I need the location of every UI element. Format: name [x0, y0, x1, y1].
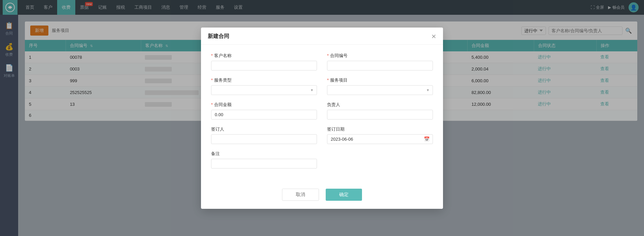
service-type-label: 服务类型 [211, 77, 317, 83]
responsible-label: 负责人 [327, 102, 433, 108]
form-field-amount: 合同金额 [211, 102, 317, 120]
form-row-1: 客户名称 合同编号 [211, 53, 433, 70]
form-field-service-type: 服务类型 [211, 77, 317, 95]
contract-no-label: 合同编号 [327, 53, 433, 59]
modal-footer: 取消 确定 [201, 183, 443, 209]
service-type-select[interactable] [211, 85, 317, 95]
confirm-button[interactable]: 确定 [326, 189, 362, 201]
sign-date-input[interactable] [327, 134, 433, 144]
form-field-empty [327, 151, 433, 169]
form-row-4: 签订人 签订日期 📅 [211, 126, 433, 144]
form-field-customer-name: 客户名称 [211, 53, 317, 70]
signer-label: 签订人 [211, 126, 317, 132]
form-row-2: 服务类型 服务项目 [211, 77, 433, 95]
form-row-5: 备注 [211, 151, 433, 169]
customer-name-label: 客户名称 [211, 53, 317, 59]
responsible-input[interactable] [327, 110, 433, 120]
modal-header: 新建合同 ✕ [201, 28, 443, 45]
form-field-signer: 签订人 [211, 126, 317, 144]
customer-name-input[interactable] [211, 61, 317, 70]
signer-input[interactable] [211, 134, 317, 144]
modal-title: 新建合同 [208, 33, 229, 40]
form-field-service-item: 服务项目 [327, 77, 433, 95]
modal-close-button[interactable]: ✕ [431, 33, 436, 40]
service-item-form-label: 服务项目 [327, 77, 433, 83]
sign-date-label: 签订日期 [327, 126, 433, 132]
cancel-button[interactable]: 取消 [282, 189, 319, 201]
form-field-remark: 备注 [211, 151, 317, 169]
remark-input[interactable] [211, 159, 317, 169]
form-field-contract-no: 合同编号 [327, 53, 433, 70]
calendar-icon[interactable]: 📅 [424, 136, 430, 142]
remark-label: 备注 [211, 151, 317, 157]
form-field-sign-date: 签订日期 📅 [327, 126, 433, 144]
contract-no-input[interactable] [327, 61, 433, 70]
modal-body: 客户名称 合同编号 服务类型 [201, 45, 443, 183]
service-item-select[interactable] [327, 85, 433, 95]
contract-amount-input[interactable] [211, 110, 317, 120]
modal-overlay: 新建合同 ✕ 客户名称 合同编号 服务类型 [0, 0, 644, 236]
new-contract-modal: 新建合同 ✕ 客户名称 合同编号 服务类型 [201, 28, 443, 209]
form-row-3: 合同金额 负责人 [211, 102, 433, 120]
form-field-responsible: 负责人 [327, 102, 433, 120]
contract-amount-label: 合同金额 [211, 102, 317, 108]
